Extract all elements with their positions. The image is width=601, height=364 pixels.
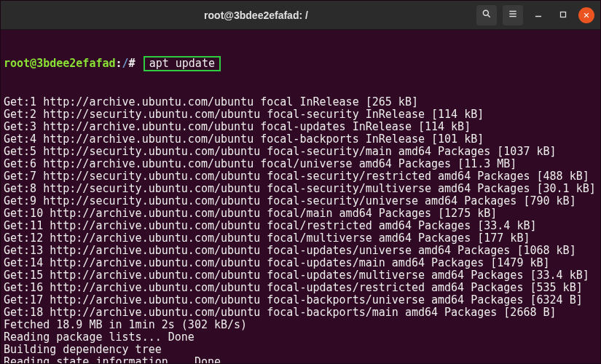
svg-line-1 <box>487 15 490 17</box>
output-line: Get:14 http://archive.ubuntu.com/ubuntu … <box>4 257 597 269</box>
output-line: Get:10 http://archive.ubuntu.com/ubuntu … <box>4 207 597 220</box>
minimize-button[interactable] <box>529 6 548 25</box>
window-controls <box>476 5 594 25</box>
output-line: Get:3 http://archive.ubuntu.com/ubuntu f… <box>4 121 597 133</box>
output-line: Get:5 http://security.ubuntu.com/ubuntu … <box>4 146 597 158</box>
terminal-window: root@3bdee2efafad: / <box>0 0 601 364</box>
prompt-line-1: root@3bdee2efafad:/# apt update <box>4 56 597 71</box>
output-line: Get:18 http://archive.ubuntu.com/ubuntu … <box>4 306 597 319</box>
output-line: Fetched 18.9 MB in 1min 2s (302 kB/s) <box>4 319 597 331</box>
output-line: Get:17 http://archive.ubuntu.com/ubuntu … <box>4 294 597 306</box>
output-line: Get:8 http://security.ubuntu.com/ubuntu … <box>4 183 597 195</box>
output-line: Reading package lists... Done <box>4 331 597 344</box>
maximize-icon <box>559 9 567 21</box>
output-line: Get:9 http://security.ubuntu.com/ubuntu … <box>4 195 597 207</box>
terminal-body[interactable]: root@3bdee2efafad:/# apt update Get:1 ht… <box>1 30 600 363</box>
svg-rect-6 <box>561 12 566 17</box>
output-line: Get:2 http://security.ubuntu.com/ubuntu … <box>4 108 597 121</box>
menu-button[interactable] <box>503 5 523 25</box>
prompt-user-host: root@3bdee2efafad <box>4 57 116 70</box>
output-line: Get:16 http://archive.ubuntu.com/ubuntu … <box>4 282 597 294</box>
svg-point-0 <box>483 10 488 15</box>
output-line: Get:7 http://security.ubuntu.com/ubuntu … <box>4 170 597 183</box>
close-button[interactable] <box>578 7 594 23</box>
output-line: Get:11 http://archive.ubuntu.com/ubuntu … <box>4 220 597 232</box>
hamburger-icon <box>508 9 518 21</box>
window-title: root@3bdee2efafad: / <box>36 9 476 21</box>
terminal-output: Get:1 http://archive.ubuntu.com/ubuntu f… <box>4 96 597 363</box>
output-line: Get:13 http://archive.ubuntu.com/ubuntu … <box>4 245 597 257</box>
output-line: Get:12 http://archive.ubuntu.com/ubuntu … <box>4 232 597 245</box>
prompt-symbol: # <box>129 57 135 70</box>
output-line: Get:15 http://archive.ubuntu.com/ubuntu … <box>4 269 597 282</box>
highlighted-command: apt update <box>144 56 221 71</box>
output-line: Get:1 http://archive.ubuntu.com/ubuntu f… <box>4 96 597 108</box>
output-line: Get:4 http://archive.ubuntu.com/ubuntu f… <box>4 133 597 146</box>
minimize-icon <box>533 9 543 21</box>
search-icon <box>482 9 492 21</box>
close-icon <box>583 9 590 21</box>
output-line: Get:6 http://archive.ubuntu.com/ubuntu f… <box>4 158 597 170</box>
search-button[interactable] <box>476 5 497 25</box>
output-line: Reading state information... Done <box>4 356 597 363</box>
prompt-path: / <box>122 57 129 70</box>
titlebar: root@3bdee2efafad: / <box>1 1 600 30</box>
maximize-button[interactable] <box>554 6 573 25</box>
output-line: Building dependency tree <box>4 344 597 356</box>
prompt-separator: : <box>116 57 122 70</box>
